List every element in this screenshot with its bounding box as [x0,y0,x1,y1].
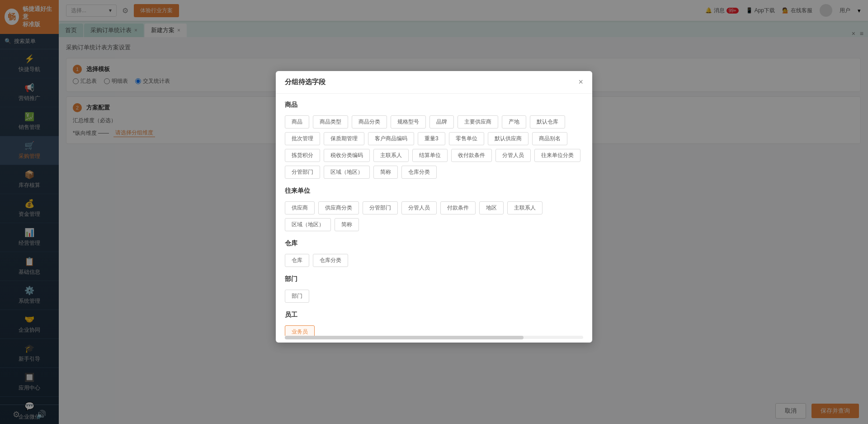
modal-scrollbar-x[interactable] [285,336,583,338]
scrollbar-thumb [285,336,524,339]
tag-规格型号[interactable]: 规格型号 [391,115,426,129]
modal-field-selector: 分组待选字段 × 商品商品商品类型商品分类规格型号品牌主要供应商产地默认仓库批次… [276,71,592,343]
section-title-department: 部门 [285,275,583,285]
tag-仓库分类[interactable]: 仓库分类 [313,254,348,267]
tag-简称[interactable]: 简称 [373,166,398,179]
tag-付款条件[interactable]: 付款条件 [440,201,476,214]
tag-grid-warehouse: 仓库仓库分类 [285,254,583,267]
tag-仓库分类[interactable]: 仓库分类 [401,166,437,179]
modal-close-button[interactable]: × [578,77,583,87]
tag-税收分类编码[interactable]: 税收分类编码 [324,149,370,162]
modal-title: 分组待选字段 [285,78,326,86]
tag-仓库[interactable]: 仓库 [285,254,309,267]
section-title-partner: 往来单位 [285,187,583,197]
tag-批次管理[interactable]: 批次管理 [285,132,320,145]
tag-地区[interactable]: 地区 [479,201,504,214]
tag-默认供应商[interactable]: 默认供应商 [488,132,528,145]
tag-往来单位分类[interactable]: 往来单位分类 [534,149,580,162]
tag-商品[interactable]: 商品 [285,115,309,129]
modal-section-employee: 员工业务员 [285,311,583,336]
section-title-employee: 员工 [285,311,583,321]
tag-grid-partner: 供应商供应商分类分管部门分管人员付款条件地区主联系人区域（地区）简称 [285,201,583,231]
tag-保质期管理[interactable]: 保质期管理 [324,132,364,145]
tag-产地[interactable]: 产地 [502,115,526,129]
tag-部门[interactable]: 部门 [285,290,309,303]
modal-section-partner: 往来单位供应商供应商分类分管部门分管人员付款条件地区主联系人区域（地区）简称 [285,187,583,231]
modal-section-warehouse: 仓库仓库仓库分类 [285,239,583,267]
tag-供应商[interactable]: 供应商 [285,201,315,214]
tag-简称[interactable]: 简称 [335,218,359,231]
modal-header: 分组待选字段 × [276,71,592,94]
tag-主联系人[interactable]: 主联系人 [507,201,542,214]
tag-主联系人[interactable]: 主联系人 [373,149,409,162]
section-title-warehouse: 仓库 [285,239,583,249]
tag-商品类型[interactable]: 商品类型 [313,115,348,129]
tag-品牌[interactable]: 品牌 [429,115,454,129]
tag-拣货积分[interactable]: 拣货积分 [285,149,320,162]
tag-区域（地区）[interactable]: 区域（地区） [324,166,370,179]
tag-重量3[interactable]: 重量3 [418,132,445,145]
tag-分管人员[interactable]: 分管人员 [401,201,437,214]
tag-主要供应商[interactable]: 主要供应商 [458,115,498,129]
tag-结算单位[interactable]: 结算单位 [412,149,448,162]
section-title-goods: 商品 [285,101,583,111]
modal-section-department: 部门部门 [285,275,583,303]
tag-grid-goods: 商品商品类型商品分类规格型号品牌主要供应商产地默认仓库批次管理保质期管理客户商品… [285,115,583,179]
tag-默认仓库[interactable]: 默认仓库 [530,115,565,129]
tag-区域（地区）[interactable]: 区域（地区） [285,218,331,231]
tag-供应商分类[interactable]: 供应商分类 [318,201,359,214]
tag-分管部门[interactable]: 分管部门 [363,201,398,214]
modal-section-goods: 商品商品商品类型商品分类规格型号品牌主要供应商产地默认仓库批次管理保质期管理客户… [285,101,583,179]
tag-客户商品编码[interactable]: 客户商品编码 [368,132,414,145]
tag-商品别名[interactable]: 商品别名 [532,132,567,145]
tag-分管人员[interactable]: 分管人员 [495,149,531,162]
tag-零售单位[interactable]: 零售单位 [449,132,484,145]
tag-分管部门[interactable]: 分管部门 [285,166,320,179]
tag-业务员[interactable]: 业务员 [285,325,315,336]
tag-grid-department: 部门 [285,290,583,303]
tag-收付款条件[interactable]: 收付款条件 [451,149,492,162]
tag-grid-employee: 业务员 [285,325,583,336]
modal-body: 商品商品商品类型商品分类规格型号品牌主要供应商产地默认仓库批次管理保质期管理客户… [276,94,592,336]
tag-商品分类[interactable]: 商品分类 [352,115,387,129]
